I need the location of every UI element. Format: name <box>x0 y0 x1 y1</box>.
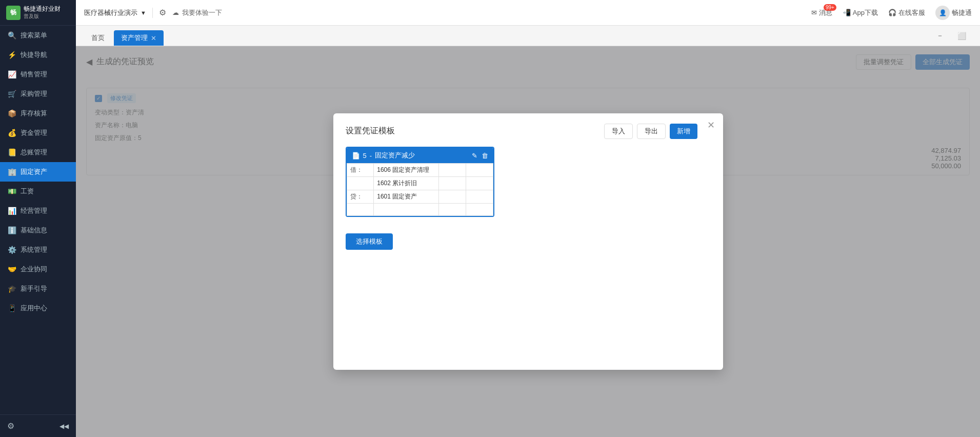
enterprise-icon: 🤝 <box>7 265 16 274</box>
table-row <box>347 204 493 216</box>
sidebar-item-label: 快捷导航 <box>21 50 47 59</box>
sidebar-item-enterprise[interactable]: 🤝 企业协同 <box>0 260 76 279</box>
entry-credit-3 <box>466 204 493 216</box>
select-template-btn[interactable]: 选择模板 <box>346 233 393 250</box>
cloud-icon: ☁ <box>172 9 179 16</box>
download-icon: 📲 <box>843 9 851 16</box>
chevron-down-icon: ▼ <box>141 10 146 16</box>
collapse-icon[interactable]: ◀◀ <box>59 423 69 430</box>
search-icon: 🔍 <box>7 31 16 40</box>
modal-overlay: 设置凭证模板 ✕ 导入 导出 新增 📄 5 - <box>76 46 980 437</box>
sidebar-item-label: 总账管理 <box>21 148 47 157</box>
settings-bottom-icon[interactable]: ⚙ <box>7 421 14 431</box>
window-maximize-btn[interactable]: ⬜ <box>951 26 972 46</box>
topbar-divider <box>152 8 153 18</box>
sidebar-item-label: 搜索菜单 <box>21 31 47 40</box>
username: 畅捷通 <box>952 8 972 17</box>
sidebar-item-salary[interactable]: 💵 工资 <box>0 182 76 201</box>
entry-type-3 <box>347 204 374 216</box>
sidebar-item-purchase[interactable]: 🛒 采购管理 <box>0 84 76 104</box>
building-icon: 🏢 <box>7 167 16 176</box>
inventory-icon: 📦 <box>7 109 16 118</box>
sidebar-item-label: 应用中心 <box>21 304 47 313</box>
entry-type-0: 借： <box>347 164 374 177</box>
sidebar-item-fixed-assets[interactable]: 🏢 固定资产 <box>0 162 76 182</box>
edit-template-icon[interactable]: ✎ <box>472 152 477 160</box>
salary-icon: 💵 <box>7 187 16 196</box>
entry-debit-2 <box>438 190 466 204</box>
sidebar-bottom: ⚙ ◀◀ <box>0 414 76 437</box>
main-area: 医疗器械行业演示 ▼ ⚙ ☁ 我要体验一下 ✉ 消息 99+ 📲 App下载 🎧… <box>76 0 980 437</box>
sidebar-item-label: 经营管理 <box>21 206 47 215</box>
flash-icon: ⚡ <box>7 50 16 59</box>
new-btn[interactable]: 新增 <box>670 124 697 139</box>
sidebar-item-system[interactable]: ⚙️ 系统管理 <box>0 240 76 260</box>
tab-asset-mgmt[interactable]: 资产管理 ✕ <box>114 30 164 46</box>
headset-icon: 🎧 <box>888 9 896 16</box>
sidebar-item-label: 新手引导 <box>21 284 47 293</box>
system-icon: ⚙️ <box>7 245 16 254</box>
template-number: 5 <box>363 152 367 160</box>
sidebar-item-operation[interactable]: 📊 经营管理 <box>0 201 76 221</box>
template-card-header: 📄 5 - 固定资产减少 ✎ 🗑 <box>347 148 493 163</box>
sidebar-item-inventory[interactable]: 📦 库存核算 <box>0 104 76 123</box>
company-selector[interactable]: 医疗器械行业演示 ▼ <box>84 8 146 17</box>
sidebar-item-app-center[interactable]: 📱 应用中心 <box>0 299 76 318</box>
table-row: 贷： 1601 固定资产 <box>347 190 493 204</box>
entry-account-2: 1601 固定资产 <box>374 190 439 204</box>
template-card: 📄 5 - 固定资产减少 ✎ 🗑 <box>346 147 494 217</box>
purchase-icon: 🛒 <box>7 89 16 98</box>
sidebar-item-quick-nav[interactable]: ⚡ 快捷导航 <box>0 45 76 65</box>
entry-debit-3 <box>438 204 466 216</box>
sidebar-item-label: 系统管理 <box>21 245 47 254</box>
tab-home-label: 首页 <box>91 33 105 43</box>
window-minimize-btn[interactable]: － <box>930 26 950 46</box>
sidebar-item-label: 采购管理 <box>21 89 47 98</box>
entry-type-1 <box>347 177 374 190</box>
sidebar-item-sales[interactable]: 📈 销售管理 <box>0 65 76 84</box>
template-card-body: 借： 1606 固定资产清理 1602 累计折旧 <box>347 163 493 216</box>
sales-icon: 📈 <box>7 70 16 79</box>
tab-close-icon[interactable]: ✕ <box>151 34 156 42</box>
export-btn[interactable]: 导出 <box>637 124 666 139</box>
sidebar-item-label: 资金管理 <box>21 128 47 137</box>
entry-account-3 <box>374 204 439 216</box>
modal-close-btn[interactable]: ✕ <box>707 120 715 131</box>
template-dash: - <box>370 152 372 160</box>
settings-icon[interactable]: ⚙ <box>159 8 166 17</box>
avatar: 👤 <box>935 6 950 20</box>
user-profile[interactable]: 👤 畅捷通 <box>935 6 972 20</box>
modal-dialog: 设置凭证模板 ✕ 导入 导出 新增 📄 5 - <box>333 113 723 370</box>
content-area: ◀ 生成的凭证预览 批量调整凭证 全部生成凭证 ✓ 修改凭证 变动类型：资产清 … <box>76 46 980 437</box>
template-table: 借： 1606 固定资产清理 1602 累计折旧 <box>347 163 493 216</box>
entry-debit-0 <box>438 164 466 177</box>
sidebar-item-label: 企业协同 <box>21 265 47 274</box>
delete-template-icon[interactable]: 🗑 <box>482 152 488 160</box>
ledger-icon: 📒 <box>7 148 16 157</box>
template-name: 固定资产减少 <box>375 151 415 160</box>
guide-icon: 🎓 <box>7 284 16 293</box>
operation-icon: 📊 <box>7 206 16 215</box>
app-download-btn[interactable]: 📲 App下载 <box>843 8 878 17</box>
experience-text: 我要体验一下 <box>182 8 222 17</box>
tab-home[interactable]: 首页 <box>84 30 112 46</box>
entry-account-1: 1602 累计折旧 <box>374 177 439 190</box>
sidebar-item-guide[interactable]: 🎓 新手引导 <box>0 279 76 299</box>
message-badge: 99+ <box>824 4 836 11</box>
logo-title: 畅捷通好业财 <box>24 5 61 13</box>
sidebar-logo: 畅 畅捷通好业财 普及版 <box>0 0 76 26</box>
company-name: 医疗器械行业演示 <box>84 8 137 17</box>
customer-service-btn[interactable]: 🎧 在线客服 <box>888 8 925 17</box>
sidebar-item-search[interactable]: 🔍 搜索菜单 <box>0 26 76 45</box>
experience-btn[interactable]: ☁ 我要体验一下 <box>172 8 222 17</box>
sidebar-item-ledger[interactable]: 📒 总账管理 <box>0 143 76 162</box>
info-icon: ℹ️ <box>7 226 16 235</box>
sidebar-item-basic-info[interactable]: ℹ️ 基础信息 <box>0 221 76 240</box>
entry-type-2: 贷： <box>347 190 374 204</box>
message-btn[interactable]: ✉ 消息 99+ <box>811 8 832 17</box>
sidebar-item-label: 固定资产 <box>21 167 47 176</box>
entry-credit-0 <box>466 164 493 177</box>
fund-icon: 💰 <box>7 128 16 137</box>
import-btn[interactable]: 导入 <box>604 124 633 139</box>
sidebar-item-fund[interactable]: 💰 资金管理 <box>0 123 76 143</box>
